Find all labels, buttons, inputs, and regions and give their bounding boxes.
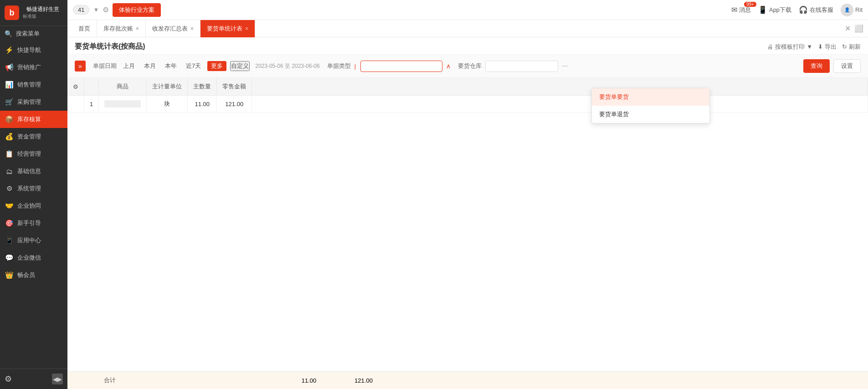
refresh-button[interactable]: ↻ 刷新 bbox=[842, 43, 861, 51]
sidebar-item-operations[interactable]: 📋 经营管理 bbox=[0, 145, 67, 163]
sidebar-item-basic[interactable]: 🗂 基础信息 bbox=[0, 163, 67, 180]
app-download-icon: 📱 bbox=[758, 5, 767, 14]
sales-icon: 📊 bbox=[5, 81, 14, 89]
sidebar-item-quick-nav[interactable]: ⚡ 快捷导航 bbox=[0, 41, 67, 59]
type-dropdown: 要货单要货 要货单退货 bbox=[591, 88, 710, 123]
sidebar-footer: ⚙ ◀▶ bbox=[0, 369, 67, 389]
sidebar-item-label: 采购管理 bbox=[17, 98, 41, 106]
sidebar-item-wechat[interactable]: 💬 企业微信 bbox=[0, 249, 67, 266]
tabs-bar: 首页 库存批次账 × 收发存汇总表 × 要货单统计表 × ✕ ⬜ bbox=[67, 20, 868, 37]
sidebar-item-label: 应用中心 bbox=[17, 236, 41, 245]
sidebar-item-label: 基础信息 bbox=[17, 167, 41, 175]
data-table: ⚙ 商品 主计量单位 主数量 零售金额 1 bbox=[67, 78, 868, 113]
main-area: 41 ▼ ⚙ 体验行业方案 ✉ 消息 99+ 📱 App下载 🎧 在线客服 👤 bbox=[67, 0, 868, 389]
basic-icon: 🗂 bbox=[5, 168, 14, 175]
date-custom-btn[interactable]: 自定义 bbox=[230, 61, 250, 71]
tab-order-stats[interactable]: 要货单统计表 × bbox=[200, 20, 255, 37]
topbar: 41 ▼ ⚙ 体验行业方案 ✉ 消息 99+ 📱 App下载 🎧 在线客服 👤 bbox=[67, 0, 868, 20]
print-label: 按模板打印 bbox=[775, 43, 805, 51]
avatar-placeholder: 👤 bbox=[844, 7, 850, 12]
export-button[interactable]: ⬇ 导出 bbox=[818, 43, 837, 51]
date-this-year-btn[interactable]: 本年 bbox=[162, 61, 180, 71]
type-filter-input[interactable] bbox=[360, 61, 442, 72]
tab-batch-account[interactable]: 库存批次账 × bbox=[97, 20, 146, 37]
sidebar-collapse-button[interactable]: ◀▶ bbox=[52, 374, 63, 384]
date-more-btn[interactable]: 更多 bbox=[207, 61, 226, 71]
tab-receipt-summary[interactable]: 收发存汇总表 × bbox=[146, 20, 200, 37]
table-settings-icon[interactable]: ⚙ bbox=[73, 83, 78, 90]
filter-actions: 查询 设置 bbox=[803, 59, 861, 73]
dropdown-arrow-icon[interactable]: ▼ bbox=[93, 6, 99, 13]
tabs-expand-icon[interactable]: ⬜ bbox=[854, 24, 863, 33]
sidebar-item-label: 系统管理 bbox=[17, 184, 41, 193]
dropdown-item-order-return[interactable]: 要货单退货 bbox=[592, 106, 709, 123]
headset-icon: 🎧 bbox=[799, 5, 808, 14]
warehouse-more-icon[interactable]: ··· bbox=[562, 62, 568, 70]
sidebar-item-inventory[interactable]: 📦 库存核算 bbox=[0, 111, 67, 128]
search-menu-label: 搜索菜单 bbox=[16, 30, 40, 38]
type-filter-group: 单据类型 | ∧ 要货单要货 要货单退货 bbox=[327, 61, 451, 72]
sidebar-item-label: 经营管理 bbox=[17, 150, 41, 158]
topbar-gear-icon[interactable]: ⚙ bbox=[103, 5, 109, 14]
user-profile-button[interactable]: 👤 Rit bbox=[841, 4, 863, 16]
sidebar-item-member[interactable]: 👑 畅会员 bbox=[0, 266, 67, 284]
sidebar-item-finance[interactable]: 💰 资金管理 bbox=[0, 128, 67, 145]
inventory-icon: 📦 bbox=[5, 115, 14, 123]
tab-receipt-label: 收发存汇总表 bbox=[152, 25, 188, 33]
trial-button[interactable]: 体验行业方案 bbox=[113, 3, 161, 17]
tab-batch-close-icon[interactable]: × bbox=[136, 26, 139, 32]
system-icon: ⚙ bbox=[5, 184, 14, 193]
print-icon: 🖨 bbox=[767, 43, 773, 50]
type-separator: | bbox=[354, 63, 356, 70]
query-button[interactable]: 查询 bbox=[803, 59, 830, 73]
settings-icon[interactable]: ⚙ bbox=[5, 374, 12, 384]
type-filter-arrow-icon[interactable]: ∧ bbox=[446, 62, 451, 70]
online-service-label: 在线客服 bbox=[810, 6, 833, 14]
sidebar-item-sales[interactable]: 📊 销售管理 bbox=[0, 76, 67, 93]
col-settings[interactable]: ⚙ bbox=[67, 78, 84, 96]
col-extra bbox=[252, 78, 868, 96]
col-qty: 主数量 bbox=[188, 78, 217, 96]
online-service-button[interactable]: 🎧 在线客服 bbox=[799, 5, 833, 14]
sidebar-nav: ⚡ 快捷导航 📢 营销推广 📊 销售管理 🛒 采购管理 📦 库存核算 💰 资金管… bbox=[0, 41, 67, 369]
expand-icon: » bbox=[78, 62, 82, 70]
warehouse-filter-input[interactable] bbox=[485, 61, 558, 72]
sidebar-item-enterprise[interactable]: 🤝 企业协同 bbox=[0, 197, 67, 215]
cell-settings bbox=[67, 96, 84, 113]
page-title: 要货单统计表(按商品) bbox=[75, 42, 145, 51]
setting-button[interactable]: 设置 bbox=[833, 59, 861, 73]
date-this-month-btn[interactable]: 本月 bbox=[141, 61, 159, 71]
tab-home-label: 首页 bbox=[78, 25, 90, 33]
tabs-close-all-icon[interactable]: ✕ bbox=[845, 24, 851, 33]
messages-button[interactable]: ✉ 消息 99+ bbox=[731, 5, 751, 14]
type-filter-label: 单据类型 bbox=[327, 62, 351, 70]
date-last-7days-btn[interactable]: 近7天 bbox=[183, 61, 204, 71]
sidebar-item-app-center[interactable]: 📱 应用中心 bbox=[0, 232, 67, 249]
tabs-right-actions: ✕ ⬜ bbox=[845, 24, 863, 33]
filter-expand-button[interactable]: » bbox=[75, 61, 86, 72]
messages-label: 消息 bbox=[739, 6, 751, 14]
total-amount: 121.00 bbox=[336, 377, 391, 384]
col-goods: 商品 bbox=[99, 78, 147, 96]
dropdown-item-order-goods[interactable]: 要货单要货 bbox=[592, 88, 709, 106]
guide-icon: 🎯 bbox=[5, 219, 14, 227]
app-download-button[interactable]: 📱 App下载 bbox=[758, 5, 791, 14]
date-range-display: 2023-05-06 至 2023-06-06 bbox=[255, 62, 319, 70]
print-template-button[interactable]: 🖨 按模板打印 ▼ bbox=[767, 43, 812, 51]
page-header: 要货单统计表(按商品) 🖨 按模板打印 ▼ ⬇ 导出 ↻ 刷新 bbox=[67, 37, 868, 55]
sidebar-item-purchase[interactable]: 🛒 采购管理 bbox=[0, 93, 67, 111]
tab-receipt-close-icon[interactable]: × bbox=[190, 26, 194, 32]
sidebar-item-system[interactable]: ⚙ 系统管理 bbox=[0, 180, 67, 197]
sidebar-item-marketing[interactable]: 📢 营销推广 bbox=[0, 59, 67, 76]
search-menu[interactable]: 🔍 搜索菜单 bbox=[0, 26, 67, 41]
messages-badge: 99+ bbox=[744, 2, 756, 7]
operations-icon: 📋 bbox=[5, 150, 14, 158]
app-center-icon: 📱 bbox=[5, 236, 14, 245]
enterprise-icon: 🤝 bbox=[5, 202, 14, 210]
refresh-icon: ↻ bbox=[842, 43, 847, 50]
sidebar-item-guide[interactable]: 🎯 新手引导 bbox=[0, 215, 67, 232]
date-last-month-btn[interactable]: 上月 bbox=[120, 61, 138, 71]
tab-home[interactable]: 首页 bbox=[72, 20, 97, 37]
cell-unit: 块 bbox=[147, 96, 188, 113]
tab-order-close-icon[interactable]: × bbox=[245, 26, 248, 32]
